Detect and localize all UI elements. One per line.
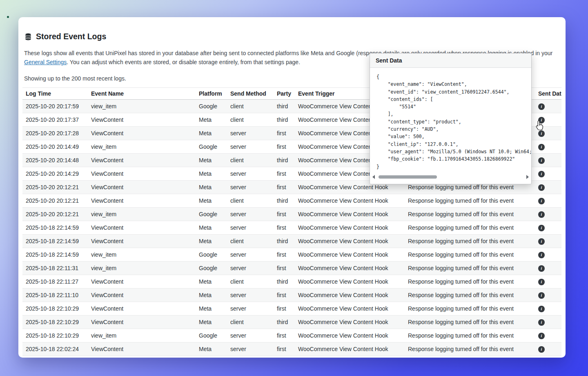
cell-response: Response logging turned off for this eve… [405,342,535,356]
table-row: 2025-10-18 22:02:24 ViewContent Meta cli… [22,356,561,358]
background-dot [7,16,9,18]
cell-event-name: ViewContent [88,194,196,208]
cell-response: Response logging turned off for this eve… [405,208,535,221]
sent-data-json: { "event_name": "ViewContent", "event_id… [370,68,531,171]
cell-event-name: view_item [88,329,196,342]
page-title-text: Stored Event Logs [36,32,106,41]
cell-platform: Meta [196,221,227,235]
description-part3: . You can adjust which events are stored… [67,59,300,65]
cell-sent-data: i [535,113,561,127]
cell-party: third [274,235,295,248]
cell-party: first [274,208,295,221]
cell-response: Response logging turned off for this eve… [405,289,535,302]
sent-data-popup: Sent Data { "event_name": "ViewContent",… [370,53,532,184]
table-row: 2025-10-18 22:14:59 view_item Google ser… [22,248,561,262]
sent-data-info-icon[interactable]: i [538,144,545,150]
cell-platform: Meta [196,113,227,127]
sent-data-info-icon[interactable]: i [538,252,545,258]
cell-event-name: view_item [88,100,196,113]
cell-send-method: client [227,194,274,208]
cell-send-method: client [227,113,274,127]
cell-sent-data: i [535,248,561,262]
cell-response: Response logging turned off for this eve… [405,194,535,208]
cell-party: third [274,316,295,329]
cell-send-method: server [227,302,274,316]
sent-data-info-icon[interactable]: i [538,198,545,204]
cell-sent-data: i [535,208,561,221]
cell-platform: Meta [196,289,227,302]
cell-log-time: 2025-10-18 22:11:31 [22,262,88,275]
sent-data-info-icon[interactable]: i [538,157,545,164]
cell-event-trigger: WooCommerce View Content Hook [295,342,405,356]
cell-response: Response logging turned off for this eve… [405,275,535,289]
cell-party: first [274,342,295,356]
sent-data-info-icon[interactable]: i [538,225,545,231]
sent-data-info-icon[interactable]: i [538,346,545,353]
cell-sent-data: i [535,181,561,194]
cell-send-method: server [227,289,274,302]
cell-send-method: server [227,342,274,356]
scrollbar-track[interactable] [378,175,523,179]
table-row: 2025-10-18 22:10:29 ViewContent Meta cli… [22,316,561,329]
cell-party: first [274,167,295,181]
cell-send-method: client [227,235,274,248]
cell-response: Response logging turned off for this eve… [405,302,535,316]
cell-party: first [274,140,295,154]
cell-log-time: 2025-10-18 22:02:24 [22,342,88,356]
sent-data-info-icon[interactable]: i [538,306,545,312]
sent-data-info-icon[interactable]: i [538,103,545,110]
cell-event-trigger: WooCommerce View Content Hook [295,356,405,358]
sent-data-info-icon[interactable]: i [538,319,545,326]
cell-response: Response logging turned off for this eve… [405,316,535,329]
cell-platform: Google [196,140,227,154]
col-platform: Platform [196,88,227,100]
sent-data-info-icon[interactable]: i [538,130,545,137]
sent-data-info-icon[interactable]: i [538,238,545,245]
cell-event-trigger: WooCommerce View Content Hook [295,302,405,316]
cell-sent-data: i [535,316,561,329]
table-row: 2025-10-20 20:12:21 view_item Google ser… [22,208,561,221]
cell-event-trigger: WooCommerce View Content Hook [295,235,405,248]
cell-response: Response logging turned off for this eve… [405,329,535,342]
sent-data-info-icon[interactable]: i [538,292,545,299]
cell-log-time: 2025-10-20 20:12:21 [22,181,88,194]
col-sent-data: Sent Data [535,88,561,100]
cell-party: first [274,248,295,262]
cell-send-method: server [227,181,274,194]
cell-sent-data: i [535,356,561,358]
cell-send-method: server [227,140,274,154]
popup-horizontal-scrollbar[interactable] [370,171,531,184]
sent-data-info-icon[interactable]: i [538,211,545,218]
sent-data-info-icon[interactable]: i [538,184,545,191]
cell-platform: Google [196,100,227,113]
cell-log-time: 2025-10-20 20:12:21 [22,194,88,208]
cell-log-time: 2025-10-18 22:14:59 [22,248,88,262]
cell-send-method: client [227,356,274,358]
sent-data-info-icon[interactable]: i [538,265,545,272]
cell-event-name: view_item [88,248,196,262]
cell-log-time: 2025-10-18 22:14:59 [22,235,88,248]
cell-party: third [274,113,295,127]
cell-platform: Google [196,248,227,262]
cell-platform: Google [196,262,227,275]
sent-data-info-icon[interactable]: i [538,117,545,123]
cell-event-trigger: WooCommerce View Content Hook [295,289,405,302]
sent-data-info-icon[interactable]: i [538,333,545,339]
cell-platform: Meta [196,127,227,140]
scroll-right-arrow-icon[interactable] [526,175,529,179]
general-settings-link[interactable]: General Settings [24,59,67,65]
scroll-left-arrow-icon[interactable] [372,175,375,179]
cell-log-time: 2025-10-20 20:14:48 [22,154,88,167]
sent-data-info-icon[interactable]: i [538,171,545,177]
cell-sent-data: i [535,154,561,167]
cell-party: first [274,302,295,316]
cell-sent-data: i [535,194,561,208]
cell-response: Response logging turned off for this eve… [405,356,535,358]
scrollbar-thumb[interactable] [379,175,437,179]
cell-party: first [274,289,295,302]
cell-sent-data: i [535,127,561,140]
cell-party: first [274,127,295,140]
cell-sent-data: i [535,221,561,235]
sent-data-info-icon[interactable]: i [538,279,545,285]
cell-sent-data: i [535,262,561,275]
